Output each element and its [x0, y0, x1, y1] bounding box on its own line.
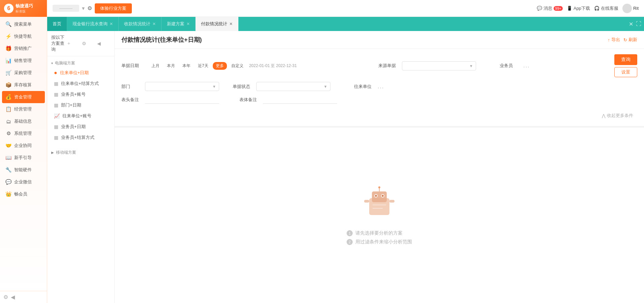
partner-label: 往来单位	[354, 84, 374, 90]
tab-close-receipt-stat[interactable]: ✕	[152, 22, 156, 26]
sidebar-item-finance[interactable]: 💰 资金管理	[2, 91, 45, 103]
sidebar-item-quick-nav[interactable]: ⚡ 快捷导航	[0, 30, 47, 42]
settings-btn[interactable]: 设置	[614, 67, 637, 77]
desktop-section-title[interactable]: ▾ 电脑端方案	[47, 59, 114, 67]
scheme-icon-staff-settle: ▦	[54, 135, 58, 140]
tab-receipt-stat[interactable]: 收款情况统计 ✕	[119, 17, 162, 31]
sidebar-item-basic[interactable]: 🗂 基础信息	[0, 115, 47, 127]
table-head-note-input[interactable]	[145, 96, 219, 104]
scheme-settings-btn[interactable]: ⚙	[82, 41, 95, 46]
sidebar-item-guide[interactable]: 📖 新手引导	[0, 152, 47, 164]
user-name: Rit	[633, 6, 639, 11]
sidebar-item-member[interactable]: 👑 畅会员	[0, 188, 47, 200]
tab-close-payment-stat[interactable]: ✕	[229, 22, 233, 26]
close-window-btn[interactable]: ✕	[629, 21, 633, 27]
source-bill-select[interactable]: ▾	[402, 61, 476, 70]
page-header: 付款情况统计(往来单位+日期) ↑ 导出 ↻ 刷新	[115, 31, 644, 49]
table-body-note-input[interactable]	[263, 96, 337, 104]
date-option-this-year[interactable]: 本年	[179, 62, 194, 70]
collapse-panel-btn[interactable]: ◀	[97, 41, 110, 46]
tab-home[interactable]: 首页	[47, 17, 67, 31]
export-icon: ↑	[608, 37, 610, 42]
dept-select[interactable]: ▾	[145, 82, 219, 91]
mobile-section-title[interactable]: ▶ 移动端方案	[47, 148, 114, 157]
tab-payment-stat[interactable]: 付款情况统计 ✕	[196, 17, 238, 31]
sidebar-item-search[interactable]: 🔍 搜索菜单	[0, 18, 47, 30]
sidebar-item-weixin[interactable]: 💬 企业微信	[0, 176, 47, 188]
online-service-btn[interactable]: 🎧 在线客服	[594, 5, 618, 11]
svg-rect-8	[364, 200, 369, 203]
bill-status-chevron: ▾	[324, 84, 327, 89]
sidebar-item-inventory[interactable]: 📦 库存核算	[0, 79, 47, 91]
inventory-icon: 📦	[5, 82, 11, 88]
settings-bottom-btn[interactable]: ⚙	[3, 294, 8, 300]
date-option-this-month[interactable]: 本月	[164, 62, 178, 70]
scheme-item-partner-settle[interactable]: ▦ 往来单位+结算方式	[47, 78, 114, 89]
scheme-item-dept-date[interactable]: ▦ 部门+日期	[47, 100, 114, 111]
date-option-last-month[interactable]: 上月	[148, 62, 163, 70]
sidebar-item-purchase[interactable]: 🛒 采购管理	[0, 67, 47, 79]
date-option-custom[interactable]: 自定义	[228, 62, 246, 70]
bill-status-select[interactable]: ▾	[256, 82, 330, 91]
svg-point-5	[382, 195, 384, 197]
svg-rect-9	[389, 200, 394, 203]
logo: 6 畅捷通巧 标准版	[0, 0, 47, 17]
scheme-item-staff-date[interactable]: ▦ 业务员+日期	[47, 121, 114, 132]
finance-icon: 💰	[5, 94, 11, 100]
messages-btn[interactable]: 💬 消息 99+	[537, 5, 563, 11]
salesman-dots[interactable]: ...	[523, 63, 530, 69]
tab-close-bank-flow[interactable]: ✕	[110, 22, 113, 26]
sales-icon: 📊	[5, 58, 11, 64]
tab-bank-flow[interactable]: 现金银行流水查询 ✕	[67, 17, 119, 31]
app-download-btn[interactable]: 📱 App下载	[567, 5, 590, 11]
export-btn[interactable]: ↑ 导出	[608, 37, 620, 43]
mobile-section: ▶ 移动端方案	[47, 146, 114, 159]
sidebar-item-operation[interactable]: 📋 经营管理	[0, 103, 47, 115]
collapse-sidebar-btn[interactable]: ◀	[11, 294, 15, 300]
marketing-icon: 🎁	[5, 46, 11, 52]
sidebar-item-enterprise[interactable]: 🤝 企业协同	[0, 140, 47, 152]
desktop-section: ▾ 电脑端方案 ● 往来单位+日期 ▦ 往来单位+结算方式 ▦ 业务员+账号 ▦	[47, 56, 114, 146]
sidebar: 6 畅捷通巧 标准版 🔍 搜索菜单 ⚡ 快捷导航 🎁 营销推广 📊 销售管理 🛒…	[0, 0, 47, 303]
scheme-icon-staff-date: ▦	[54, 124, 58, 129]
topbar-dropdown-icon[interactable]: ▾	[82, 5, 85, 11]
filter-area: 单据日期 上月 本月 本年 近7天 更多 自定义 2022-01-01 至 20…	[115, 49, 644, 126]
hardware-icon: 🔧	[5, 167, 11, 173]
tab-new-scheme[interactable]: 新建方案 ✕	[162, 17, 196, 31]
partner-dots[interactable]: ...	[378, 84, 384, 90]
topbar-gear-icon[interactable]: ⚙	[87, 5, 92, 11]
scheme-item-staff-account[interactable]: ▦ 业务员+账号	[47, 89, 114, 100]
scheme-item-staff-settle[interactable]: ▦ 业务员+结算方式	[47, 132, 114, 143]
scheme-icon-partner-account: 📈	[54, 113, 60, 119]
sidebar-item-hardware[interactable]: 🔧 智能硬件	[0, 164, 47, 176]
system-icon: ⚙	[5, 130, 11, 137]
date-option-7days[interactable]: 近7天	[195, 62, 211, 70]
user-avatar-area[interactable]: Rit	[622, 4, 639, 13]
collapse-conditions-btn[interactable]: ⋀ 收起更多条件	[598, 111, 637, 121]
scheme-item-partner-account[interactable]: 📈 往来单位+账号	[47, 111, 114, 121]
date-option-more[interactable]: 更多	[213, 62, 227, 70]
scheme-item-partner-date[interactable]: ● 往来单位+日期	[47, 67, 114, 78]
empty-state: 1 请先选择要分析的方案 2 用过滤条件来缩小分析范围	[115, 128, 644, 303]
add-scheme-btn[interactable]: ＋	[66, 40, 80, 47]
scheme-icon-dept-date: ▦	[54, 102, 58, 108]
app-icon: 📱	[567, 6, 572, 11]
sidebar-item-system[interactable]: ⚙ 系统管理	[0, 127, 47, 140]
left-panel: 按以下方案查询 ＋ ⚙ ◀ ▾ 电脑端方案 ● 往来单位+日期 ▦ 往来单位+结…	[47, 31, 115, 303]
query-btn[interactable]: 查询	[614, 54, 637, 65]
tab-close-new-scheme[interactable]: ✕	[186, 22, 190, 26]
refresh-icon: ↻	[623, 37, 627, 42]
topbar-actions: 💬 消息 99+ 📱 App下载 🎧 在线客服 Rit	[537, 4, 639, 13]
expand-window-btn[interactable]: ⛶	[636, 21, 641, 27]
sidebar-item-marketing[interactable]: 🎁 营销推广	[0, 42, 47, 55]
topbar: ——— ▾ ⚙ 体验行业方案 💬 消息 99+ 📱 App下载 🎧 在线客服 R…	[47, 0, 644, 17]
refresh-btn[interactable]: ↻ 刷新	[623, 37, 637, 43]
try-industry-btn[interactable]: 体验行业方案	[95, 3, 132, 13]
sidebar-item-sales[interactable]: 📊 销售管理	[0, 55, 47, 67]
right-panel: 付款情况统计(往来单位+日期) ↑ 导出 ↻ 刷新 单据日期	[115, 31, 644, 303]
source-bill-chevron: ▾	[470, 63, 472, 68]
enterprise-icon: 🤝	[5, 143, 11, 149]
message-icon: 💬	[537, 6, 542, 11]
user-avatar	[622, 4, 632, 13]
date-options: 上月 本月 本年 近7天 更多 自定义 2022-01-01 至 2022-12…	[148, 62, 297, 70]
